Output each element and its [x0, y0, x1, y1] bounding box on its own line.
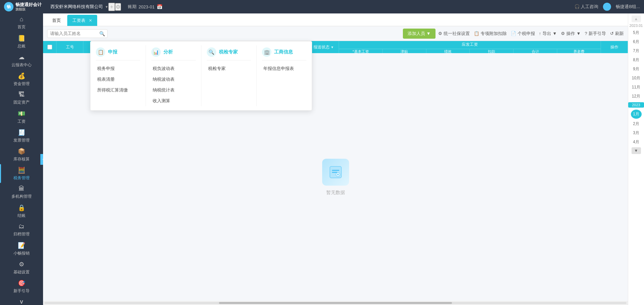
right-timeline: ▲ 2023.01 5月 6月 7月 8月 9月 10月 11月 12月 202…	[628, 13, 644, 305]
timeline-month-9[interactable]: 9月	[628, 65, 644, 74]
add-person-label: 添加人员	[408, 31, 425, 37]
timeline-month-5[interactable]: 5月	[628, 28, 644, 37]
th-sentstatus[interactable]: 报送状态 ▼	[309, 41, 339, 53]
timeline-month-8[interactable]: 8月	[628, 55, 644, 65]
new-guide-btn[interactable]: ? 新手引导	[585, 31, 606, 37]
headset-icon: 🎧	[574, 4, 580, 9]
dropdown-section-header-tax-expert: 🔍 税检专家	[207, 45, 251, 61]
timeline-month-10[interactable]: 10月	[628, 74, 644, 83]
fixed-assets-icon: 🏗	[18, 91, 25, 98]
chevron-down-icon: ▼	[105, 5, 108, 9]
basic-icon: ⚙	[19, 261, 24, 268]
sidebar-item-cloud-report[interactable]: ☁ 云报表中心	[0, 51, 43, 70]
operate-btn[interactable]: ⚙ 操作 ▼	[561, 31, 581, 37]
dropdown-section-analysis: 📊 分析 税负波动表 纳税波动表 纳税统计表 收入测算	[146, 45, 201, 106]
archive-icon: 🗂	[18, 223, 25, 230]
dropdown-item-annual-report[interactable]: 年报信息申报表	[262, 63, 306, 74]
tab-home[interactable]: 首页	[47, 15, 66, 26]
company-name: 西安虾米网络科技有限公司	[50, 4, 103, 10]
tax-return-btn[interactable]: 📄 个税申报	[511, 31, 535, 37]
sidebar-item-salary[interactable]: 💵 工资	[0, 108, 43, 126]
th-payroll-group: 应发工资 *基本工资 津贴 绩效 扣款	[339, 40, 601, 54]
fund-icon: 💰	[18, 72, 25, 80]
sidebar-item-tax[interactable]: 🧮 税务管理	[0, 164, 43, 183]
business-section-icon: 🏢	[262, 47, 271, 57]
cloud-icon: ☁	[18, 53, 25, 61]
sidebar-item-archive[interactable]: 🗂 归档管理	[0, 221, 43, 239]
sidebar-item-closing[interactable]: 🔒 结账	[0, 202, 43, 221]
add-company-button[interactable]: ＋	[108, 3, 115, 11]
export-chevron-icon: ▼	[553, 31, 557, 36]
add-person-button[interactable]: 添加人员 ▼	[403, 29, 435, 39]
top-bar: 畅 畅捷通好会计 旗舰版 西安虾米网络科技有限公司 ▼ ＋ ⚙ 账期 2023-…	[0, 0, 644, 13]
special-deduction-icon: 📋	[474, 31, 479, 36]
sidebar-item-ledger[interactable]: 📒 总账	[0, 32, 43, 51]
social-security-btn[interactable]: ⚙ 统一社保设置	[438, 31, 470, 37]
user-avatar	[603, 3, 611, 11]
timeline-next-btn[interactable]: ▼	[632, 147, 641, 154]
timeline-month-4[interactable]: 4月	[628, 138, 644, 147]
dropdown-item-tax-expert[interactable]: 税检专家	[207, 63, 251, 74]
sidebar-item-fund[interactable]: 💰 资金管理	[0, 70, 43, 89]
scrollbar-thumb[interactable]	[219, 302, 452, 304]
special-deduction-btn[interactable]: 📋 专项附加扣除	[474, 31, 507, 37]
dropdown-item-tax-declaration[interactable]: 税务申报	[96, 63, 140, 74]
sidebar-item-basic[interactable]: ⚙ 基础设置	[0, 258, 43, 277]
dropdown-item-income-tax[interactable]: 所得税汇算清缴	[96, 85, 140, 96]
social-security-icon: ⚙	[438, 31, 442, 36]
select-all-checkbox[interactable]	[47, 45, 52, 49]
dropdown-item-tax-table[interactable]: 税表清册	[96, 74, 140, 85]
dropdown-item-tax-fluctuation[interactable]: 税负波动表	[151, 63, 196, 74]
timeline-month-7[interactable]: 7月	[628, 46, 644, 55]
empty-text: 暂无数据	[326, 190, 345, 196]
app-logo: 畅 畅捷通好会计 旗舰版	[4, 2, 47, 11]
tab-salary[interactable]: 工资表 ✕	[67, 15, 97, 26]
dropdown-item-tax-stats[interactable]: 纳税统计表	[151, 85, 196, 96]
sidebar-item-multi-org[interactable]: 🏛 多机构管理	[0, 183, 43, 202]
timeline-month-2[interactable]: 2月	[628, 119, 644, 128]
timeline-year-badge: 2023	[628, 102, 644, 108]
ledger-icon: 📒	[18, 35, 25, 42]
settings-button[interactable]: ⚙	[115, 3, 121, 11]
timeline-month-3[interactable]: 3月	[628, 128, 644, 138]
calendar-icon[interactable]: 📅	[157, 4, 162, 9]
timeline-prev-btn[interactable]: ▲	[632, 15, 641, 22]
sidebar-item-guide[interactable]: 🎯 新手引导	[0, 277, 43, 296]
operate-chevron-icon: ▼	[576, 31, 581, 36]
main-layout: ‹ ⌂ 首页 📒 总账 ☁ 云报表中心 💰 资金管理 🏗 固定资产 💵 工资 🧾…	[0, 13, 644, 305]
new-guide-icon: ?	[585, 31, 587, 36]
support-btn[interactable]: 🎧 人工咨询	[574, 4, 599, 10]
sidebar-item-invoice[interactable]: 🧾 发票管理	[0, 126, 43, 145]
timeline-month-6[interactable]: 6月	[628, 37, 644, 46]
dropdown-section-header-analysis: 📊 分析	[151, 45, 196, 61]
tab-close-icon[interactable]: ✕	[89, 18, 92, 23]
sidebar-item-report[interactable]: 📝 小畅报销	[0, 239, 43, 258]
th-number[interactable]: 工号	[56, 41, 83, 53]
table-scrollbar[interactable]	[43, 301, 628, 305]
sidebar-item-fixed-assets[interactable]: 🏗 固定资产	[0, 89, 43, 108]
export-btn[interactable]: ↑ 导出 ▼	[539, 31, 557, 37]
sidebar-item-home[interactable]: ⌂ 首页	[0, 13, 43, 32]
sidebar-item-member[interactable]: V 畅会员	[0, 296, 43, 305]
th-checkbox[interactable]	[43, 41, 56, 53]
operate-icon: ⚙	[561, 31, 565, 36]
dropdown-section-declaration: 📋 申报 税务申报 税表清册 所得税汇算清缴	[90, 45, 146, 106]
dropdown-item-income-calc[interactable]: 收入测算	[151, 96, 196, 106]
home-icon: ⌂	[20, 16, 24, 23]
timeline-month-11[interactable]: 11月	[628, 83, 644, 92]
tax-return-icon: 📄	[511, 31, 516, 36]
timeline-month-1-active[interactable]: 1月	[631, 110, 642, 119]
tax-expert-section-icon: 🔍	[207, 47, 216, 57]
company-selector[interactable]: 西安虾米网络科技有限公司 ▼	[50, 4, 108, 10]
search-box[interactable]: 🔍	[47, 29, 108, 38]
sidebar-collapse-button[interactable]: ‹	[40, 154, 43, 165]
dropdown-item-tax-fluctuation2[interactable]: 纳税波动表	[151, 74, 196, 85]
period-selector[interactable]: 账期 2023-01 📅	[128, 4, 162, 10]
sentstatus-filter-icon[interactable]: ▼	[331, 45, 334, 49]
sidebar-item-inventory[interactable]: 📦 库存核算	[0, 145, 43, 164]
user-name: 畅捷通B组...	[616, 4, 640, 10]
search-input[interactable]	[50, 31, 97, 36]
timeline-month-12[interactable]: 12月	[628, 92, 644, 101]
declaration-section-icon: 📋	[96, 47, 105, 57]
refresh-btn[interactable]: ↺ 刷新	[610, 31, 624, 37]
